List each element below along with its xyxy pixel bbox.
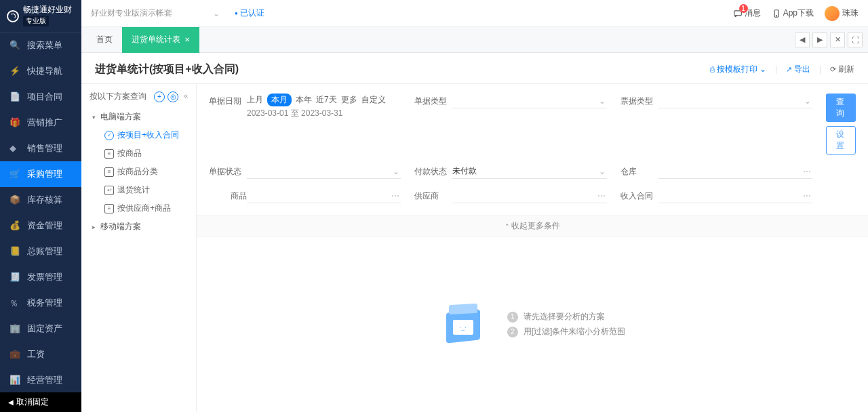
label-doc-status: 单据状态: [209, 164, 247, 178]
menu-icon: 💼: [9, 349, 20, 360]
label-pay-status: 付款状态: [414, 164, 452, 178]
leaf-icon: ≡: [104, 167, 114, 177]
empty-step-1: 1 请先选择要分析的方案: [507, 311, 626, 323]
menu-icon: 🧾: [9, 272, 20, 283]
page-header: 进货单统计(按项目+收入合同) 按模板打印 ⌄ 导出 刷新: [81, 53, 868, 84]
menu-icon: 📦: [9, 194, 20, 205]
empty-state: ·_· 1 请先选择要分析的方案 2 用[过滤]条件来缩小分析范围: [197, 236, 868, 412]
menu-icon: 📒: [9, 246, 20, 257]
collapse-filters-button[interactable]: 收起更多条件: [197, 215, 868, 236]
menu-icon: 🛒: [9, 169, 20, 180]
tree-group[interactable]: ▸移动端方案: [90, 218, 196, 236]
doc-type-select[interactable]: [452, 94, 606, 108]
tab-next-button[interactable]: ▶: [812, 33, 827, 47]
tree-leaf[interactable]: ≡按商品: [90, 144, 196, 163]
sidebar-item-0[interactable]: 🔍搜索菜单: [0, 33, 81, 58]
scheme-settings-button[interactable]: ◎: [167, 91, 178, 102]
sidebar: 畅捷通好业财 专业版 🔍搜索菜单⚡快捷导航📄项目合同🎁营销推广◆销售管理🛒采购管…: [0, 0, 81, 412]
menu-icon: 🎁: [9, 117, 20, 128]
label-receipt-type: 票据类型: [620, 94, 658, 107]
tab-home[interactable]: 首页: [87, 27, 122, 53]
menu-icon: 📄: [9, 91, 20, 102]
account-selector[interactable]: 好业财专业版演示帐套: [91, 7, 220, 19]
sidebar-item-1[interactable]: ⚡快捷导航: [0, 58, 81, 84]
print-button[interactable]: 按模板打印 ⌄: [710, 64, 766, 75]
tab-fullscreen-button[interactable]: ⛶: [848, 33, 863, 47]
sidebar-item-11[interactable]: 🏢固定资产: [0, 316, 81, 342]
sidebar-item-12[interactable]: 💼工资: [0, 342, 81, 367]
label-income-contract: 收入合同: [620, 188, 658, 202]
settings-button[interactable]: 设置: [826, 126, 856, 154]
label-supplier: 供应商: [414, 188, 452, 202]
date-quick-2[interactable]: 本年: [296, 94, 312, 106]
date-quick-0[interactable]: 上月: [247, 94, 263, 106]
refresh-button[interactable]: 刷新: [830, 64, 854, 75]
date-quick-5[interactable]: 自定义: [361, 94, 386, 106]
menu-icon: 📊: [9, 375, 20, 386]
pin-toggle[interactable]: 取消固定: [0, 392, 81, 412]
page-title: 进货单统计(按项目+收入合同): [95, 62, 239, 77]
sidebar-item-7[interactable]: 💰资金管理: [0, 213, 81, 239]
app-download-button[interactable]: App下载: [772, 7, 814, 19]
menu-icon: ⚡: [9, 66, 20, 77]
message-button[interactable]: 消息 1: [733, 7, 761, 19]
doc-status-select[interactable]: [247, 164, 401, 179]
tree-leaf[interactable]: ≡按供应商+商品: [90, 199, 196, 218]
date-quick-picks: 上月本月本年近7天更多自定义: [247, 94, 401, 106]
tree-leaf[interactable]: ✓按项目+收入合同: [90, 126, 196, 144]
user-menu[interactable]: 珠珠: [825, 6, 859, 21]
label-doc-type: 单据类型: [414, 94, 452, 107]
tree-leaf[interactable]: ≡按商品分类: [90, 163, 196, 181]
avatar-icon: [825, 6, 840, 21]
label-warehouse: 仓库: [620, 164, 658, 178]
tree-leaf[interactable]: ↩退货统计: [90, 181, 196, 199]
tab-active[interactable]: 进货单统计表 ✕: [122, 27, 199, 53]
add-scheme-button[interactable]: +: [154, 91, 165, 102]
sidebar-menu: 🔍搜索菜单⚡快捷导航📄项目合同🎁营销推广◆销售管理🛒采购管理📦库存核算💰资金管理…: [0, 33, 81, 392]
menu-icon: 🏢: [9, 323, 20, 334]
sidebar-item-8[interactable]: 📒总账管理: [0, 239, 81, 264]
tab-prev-button[interactable]: ◀: [795, 33, 810, 47]
menu-icon: ◆: [9, 143, 20, 154]
close-icon[interactable]: ✕: [184, 36, 190, 43]
scheme-tree: ▾电脑端方案✓按项目+收入合同≡按商品≡按商品分类↩退货统计≡按供应商+商品▸移…: [90, 108, 196, 236]
date-quick-3[interactable]: 近7天: [316, 94, 337, 106]
menu-icon: 🔍: [9, 40, 20, 51]
sidebar-item-9[interactable]: 🧾发票管理: [0, 264, 81, 290]
collapse-panel-button[interactable]: «: [184, 91, 193, 101]
pin-label: 取消固定: [16, 396, 49, 408]
sidebar-item-6[interactable]: 📦库存核算: [0, 187, 81, 213]
tree-group[interactable]: ▾电脑端方案: [90, 108, 196, 126]
leaf-icon: ✓: [104, 131, 114, 140]
scheme-panel: 按以下方案查询 + ◎ « ▾电脑端方案✓按项目+收入合同≡按商品≡按商品分类↩…: [81, 84, 197, 412]
label-date: 单据日期: [209, 94, 247, 107]
receipt-type-select[interactable]: [658, 94, 812, 108]
download-icon: [772, 9, 781, 18]
brand-logo: 畅捷通好业财 专业版: [0, 0, 81, 33]
warehouse-select[interactable]: [658, 164, 812, 179]
menu-icon: ％: [9, 297, 20, 308]
date-quick-1[interactable]: 本月: [267, 94, 292, 106]
empty-step-2: 2 用[过滤]条件来缩小分析范围: [507, 326, 626, 337]
menu-icon: 💰: [9, 220, 20, 231]
tab-bar: 首页 进货单统计表 ✕ ◀ ▶ ✕ ⛶: [81, 27, 868, 53]
sidebar-item-2[interactable]: 📄项目合同: [0, 84, 81, 110]
date-quick-4[interactable]: 更多: [341, 94, 357, 106]
sidebar-item-4[interactable]: ◆销售管理: [0, 136, 81, 161]
tab-close-all-button[interactable]: ✕: [830, 33, 845, 47]
topbar: 好业财专业版演示帐套 已认证 消息 1 App下载 珠珠: [81, 0, 868, 27]
brand-name: 畅捷通好业财: [23, 5, 72, 14]
sidebar-item-5[interactable]: 🛒采购管理: [0, 161, 81, 187]
sidebar-item-3[interactable]: 🎁营销推广: [0, 110, 81, 136]
query-button[interactable]: 查询: [826, 94, 856, 122]
export-button[interactable]: 导出: [786, 64, 810, 75]
income-contract-select[interactable]: [658, 188, 812, 203]
brand-icon: [7, 10, 19, 22]
supplier-select[interactable]: [452, 188, 606, 203]
label-goods: 商品: [209, 188, 247, 202]
sidebar-item-10[interactable]: ％税务管理: [0, 290, 81, 316]
goods-select[interactable]: [247, 188, 401, 203]
svg-point-2: [776, 15, 776, 16]
pay-status-select[interactable]: 未付款: [452, 164, 606, 179]
sidebar-item-13[interactable]: 📊经营管理: [0, 367, 81, 392]
